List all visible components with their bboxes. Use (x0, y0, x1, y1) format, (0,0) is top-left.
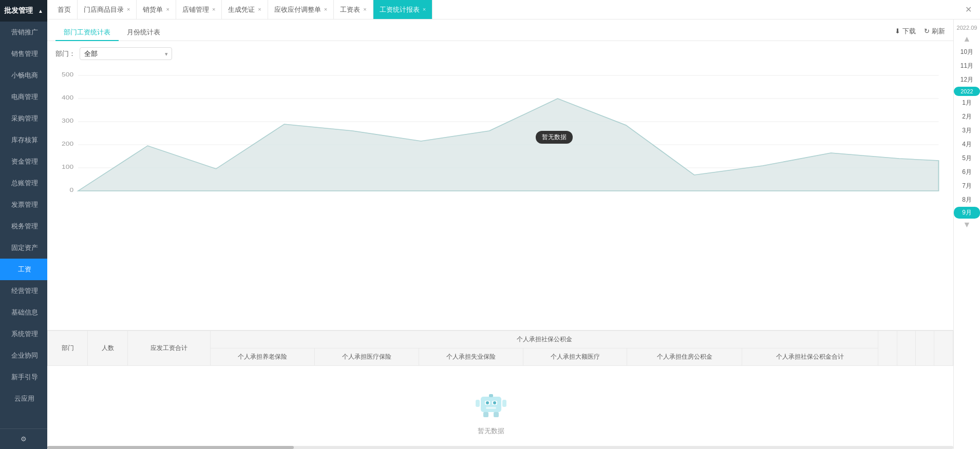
tab-label: 店铺管理 (182, 5, 209, 14)
th-headcount: 人数 (88, 331, 128, 366)
th-personal-unemployment: 个人承担失业保险 (419, 348, 523, 366)
sidebar-item-ecommerce[interactable]: 电商管理 (0, 86, 47, 108)
sidebar-item-label: 小畅电商 (11, 71, 38, 79)
sidebar-item-cloud[interactable]: 云应用 (0, 388, 47, 409)
sidebar-item-inventory[interactable]: 库存核算 (0, 129, 47, 151)
tab-home[interactable]: 首页 (51, 0, 78, 19)
timeline-month-11[interactable]: 11月 (954, 59, 980, 73)
tab-production-voucher[interactable]: 生成凭证 × (222, 0, 268, 19)
refresh-button[interactable]: ↻ 刷新 (924, 27, 945, 36)
svg-rect-12 (481, 397, 501, 412)
tab-receivable[interactable]: 应收应付调整单 × (268, 0, 334, 19)
sub-tab-dept-stats[interactable]: 部门工资统计表 (55, 25, 119, 41)
tab-store-manage[interactable]: 店铺管理 × (176, 0, 222, 19)
sub-tab-monthly-stats[interactable]: 月份统计表 (119, 25, 168, 41)
sidebar-item-assets[interactable]: 固定资产 (0, 237, 47, 259)
timeline-up-button[interactable]: ▲ (962, 33, 973, 45)
sidebar-title: 批发管理 (4, 6, 33, 15)
timeline-month-9-active[interactable]: 9月 (954, 207, 980, 219)
sidebar-item-label: 采购管理 (11, 114, 38, 122)
sidebar-item-miniapp[interactable]: 小畅电商 (0, 65, 47, 86)
timeline-month-1[interactable]: 1月 (954, 96, 980, 110)
download-button[interactable]: ⬇ 下载 (895, 27, 916, 36)
timeline-month-4[interactable]: 4月 (954, 138, 980, 151)
sidebar-item-enterprise[interactable]: 企业协同 (0, 345, 47, 366)
tab-close-icon[interactable]: × (166, 7, 169, 12)
sidebar-header[interactable]: 批发管理 ▲ (0, 0, 47, 22)
timeline-panel: 2022.09 ▲ 10月 11月 12月 2022 1月 2月 3月 4月 5… (953, 19, 980, 449)
timeline-down-button[interactable]: ▼ (962, 219, 973, 231)
sidebar-item-system[interactable]: 系统管理 (0, 323, 47, 345)
chart-container: 500 400 300 200 100 0 (47, 66, 953, 330)
sidebar-collapse-icon: ▲ (38, 8, 43, 14)
svg-point-21 (486, 401, 489, 404)
sidebar-settings-button[interactable]: ⚙ (0, 428, 47, 449)
sidebar-item-label: 工资 (18, 265, 31, 273)
sidebar-item-label: 税务管理 (11, 222, 38, 230)
tab-close-icon[interactable]: × (324, 7, 327, 12)
sub-tab-label: 月份统计表 (127, 28, 160, 36)
sidebar-item-payroll[interactable]: 工资 (0, 259, 47, 280)
timeline-month-12[interactable]: 12月 (954, 73, 980, 87)
tab-close-icon[interactable]: × (258, 7, 261, 12)
dept-filter-select[interactable]: 全部 部门A 部门B (80, 47, 172, 60)
th-total-wage: 应发工资合计 (128, 331, 211, 366)
tab-bar: 首页 门店商品目录 × 销货单 × 店铺管理 × 生成凭证 × 应收应付调整单 … (47, 0, 980, 19)
sidebar-item-ledger[interactable]: 总账管理 (0, 172, 47, 194)
svg-rect-16 (489, 394, 493, 397)
svg-text:0: 0 (69, 187, 73, 193)
tab-close-icon[interactable]: × (127, 7, 130, 12)
th-company-medical (897, 331, 915, 366)
content-area: 部门工资统计表 月份统计表 ⬇ 下载 ↻ 刷新 (47, 19, 980, 449)
th-company-unemployment (916, 331, 934, 366)
refresh-label: 刷新 (932, 27, 945, 36)
timeline-year-2022[interactable]: 2022 (954, 87, 980, 96)
sidebar-item-label: 基础信息 (11, 308, 38, 316)
sidebar-item-label: 资金管理 (11, 158, 38, 165)
th-personal-pension: 个人承担养老保险 (211, 348, 315, 366)
timeline-month-5[interactable]: 5月 (954, 151, 980, 165)
th-dept: 部门 (48, 331, 88, 366)
sidebar-item-sales[interactable]: 销售管理 (0, 43, 47, 65)
svg-text:300: 300 (62, 118, 73, 124)
tab-payroll-report[interactable]: 工资统计报表 × (373, 0, 432, 19)
th-personal-serious-medical: 个人承担大额医疗 (523, 348, 627, 366)
th-personal-social: 个人承担社保公积金 (211, 331, 878, 348)
horizontal-scrollbar[interactable] (47, 446, 953, 449)
timeline-month-2[interactable]: 2月 (954, 110, 980, 124)
timeline-month-7[interactable]: 7月 (954, 179, 980, 193)
tab-bar-close-all[interactable]: ✕ (961, 5, 976, 14)
svg-rect-15 (486, 407, 496, 409)
svg-point-22 (493, 401, 496, 404)
tab-close-icon[interactable]: × (423, 7, 426, 12)
sidebar-item-purchase[interactable]: 采购管理 (0, 108, 47, 129)
tab-close-icon[interactable]: × (363, 7, 366, 12)
tab-close-icon[interactable]: × (212, 7, 215, 12)
svg-text:500: 500 (62, 71, 73, 77)
sidebar-item-label: 系统管理 (11, 330, 38, 338)
tab-sales-order[interactable]: 销货单 × (137, 0, 176, 19)
sidebar-item-marketing[interactable]: 营销推广 (0, 22, 47, 43)
sidebar-item-label: 新手引导 (11, 373, 38, 381)
sidebar-item-basic[interactable]: 基础信息 (0, 302, 47, 323)
area-chart: 500 400 300 200 100 0 (55, 70, 945, 204)
close-icon: ✕ (965, 5, 972, 14)
sidebar-item-guide[interactable]: 新手引导 (0, 366, 47, 388)
download-label: 下载 (902, 27, 916, 36)
sidebar-item-finance[interactable]: 资金管理 (0, 151, 47, 172)
th-personal-housing: 个人承担住房公积金 (627, 348, 742, 366)
chart-inner: 500 400 300 200 100 0 (55, 70, 945, 214)
tab-product-catalog[interactable]: 门店商品目录 × (78, 0, 137, 19)
timeline-month-6[interactable]: 6月 (954, 165, 980, 179)
tab-payroll-table[interactable]: 工资表 × (334, 0, 373, 19)
timeline-month-10[interactable]: 10月 (954, 45, 980, 59)
sidebar-item-operations[interactable]: 经营管理 (0, 280, 47, 302)
scroll-thumb[interactable] (47, 446, 294, 449)
tab-label: 生成凭证 (228, 5, 255, 14)
sub-tabs: 部门工资统计表 月份统计表 (55, 25, 168, 41)
sidebar-item-invoice[interactable]: 发票管理 (0, 194, 47, 216)
page-content: 部门工资统计表 月份统计表 ⬇ 下载 ↻ 刷新 (47, 19, 953, 449)
timeline-month-8[interactable]: 8月 (954, 193, 980, 207)
timeline-month-3[interactable]: 3月 (954, 124, 980, 138)
sidebar-item-tax[interactable]: 税务管理 (0, 216, 47, 237)
